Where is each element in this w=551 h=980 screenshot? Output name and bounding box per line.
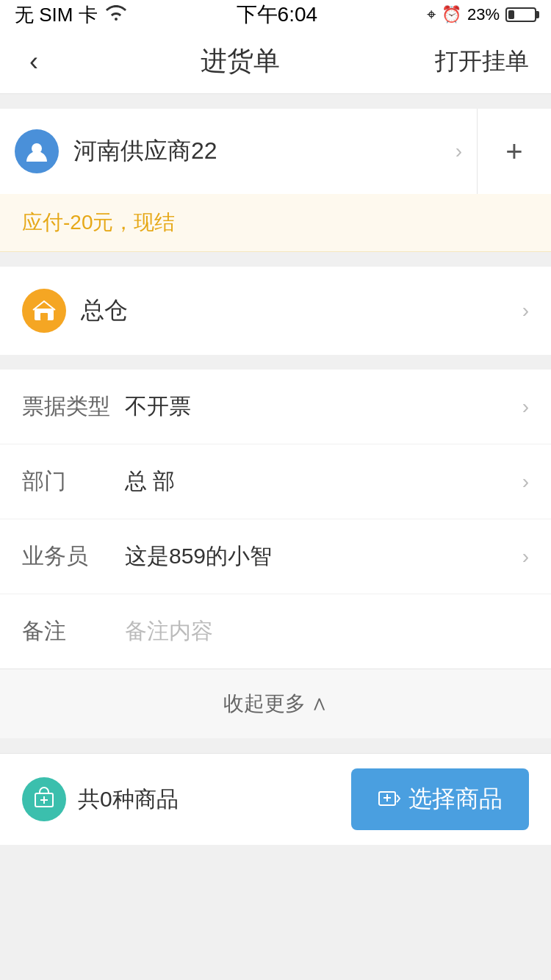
wifi-icon — [105, 4, 127, 25]
salesperson-value: 这是859的小智 — [125, 541, 515, 572]
warehouse-icon-circle — [22, 289, 66, 333]
select-product-label: 选择商品 — [408, 783, 503, 815]
department-row[interactable]: 部门 总 部 › — [0, 444, 551, 519]
section-gap-4 — [0, 738, 551, 753]
supplier-chevron-icon: › — [455, 140, 462, 163]
warehouse-name: 总仓 — [81, 295, 515, 327]
select-product-button[interactable]: 选择商品 — [351, 768, 529, 830]
carrier-label: 无 SIM 卡 — [15, 2, 98, 28]
department-chevron-icon: › — [522, 470, 529, 494]
invoice-type-value: 不开票 — [125, 392, 515, 422]
status-left: 无 SIM 卡 — [15, 2, 127, 28]
salesperson-label: 业务员 — [22, 541, 125, 572]
time-label: 下午6:04 — [237, 1, 318, 29]
supplier-selector[interactable]: 河南供应商22 › — [0, 109, 478, 194]
collapse-label: 收起更多 ∧ — [223, 692, 328, 715]
battery-percent: 23% — [467, 5, 500, 24]
location-icon: ⌖ — [427, 5, 436, 24]
back-button[interactable]: ‹ — [22, 39, 46, 84]
form-section: 票据类型 不开票 › 部门 总 部 › 业务员 这是859的小智 › 备注 备注… — [0, 370, 551, 669]
add-supplier-button[interactable]: + — [478, 135, 551, 168]
department-value: 总 部 — [125, 466, 515, 497]
nav-bar: ‹ 进货单 打开挂单 — [0, 29, 551, 94]
invoice-type-label: 票据类型 — [22, 392, 125, 422]
invoice-type-row[interactable]: 票据类型 不开票 › — [0, 370, 551, 444]
invoice-type-chevron-icon: › — [522, 395, 529, 419]
department-label: 部门 — [22, 466, 125, 497]
remark-label: 备注 — [22, 616, 125, 646]
collapse-button[interactable]: 收起更多 ∧ — [0, 669, 551, 738]
section-gap-1 — [0, 94, 551, 109]
warehouse-row[interactable]: 总仓 › — [0, 267, 551, 355]
product-count-area: 共0种商品 — [22, 777, 179, 821]
add-icon: + — [505, 135, 522, 168]
select-product-icon — [378, 788, 401, 811]
battery-icon — [505, 7, 536, 22]
rest-area — [0, 845, 551, 980]
product-icon-circle — [22, 777, 66, 821]
section-gap-2 — [0, 252, 551, 267]
product-count-text: 共0种商品 — [78, 785, 179, 815]
remark-input[interactable]: 备注内容 — [125, 616, 529, 646]
warehouse-chevron-icon: › — [522, 299, 529, 323]
supplier-section: 河南供应商22 › + — [0, 109, 551, 194]
status-right: ⌖ ⏰ 23% — [427, 5, 536, 24]
svg-rect-2 — [40, 313, 48, 320]
warehouse-section: 总仓 › — [0, 267, 551, 355]
supplier-name: 河南供应商22 — [73, 135, 448, 167]
section-gap-3 — [0, 355, 551, 370]
notice-bar: 应付-20元，现结 — [0, 194, 551, 252]
alarm-icon: ⏰ — [442, 5, 461, 24]
salesperson-chevron-icon: › — [522, 545, 529, 569]
notice-text: 应付-20元，现结 — [22, 211, 175, 234]
salesperson-row[interactable]: 业务员 这是859的小智 › — [0, 519, 551, 594]
bottom-bar: 共0种商品 选择商品 — [0, 753, 551, 845]
page-title: 进货单 — [201, 43, 280, 79]
supplier-avatar — [15, 129, 59, 173]
remark-row[interactable]: 备注 备注内容 — [0, 594, 551, 669]
open-pending-button[interactable]: 打开挂单 — [435, 46, 529, 78]
status-bar: 无 SIM 卡 下午6:04 ⌖ ⏰ 23% — [0, 0, 551, 29]
